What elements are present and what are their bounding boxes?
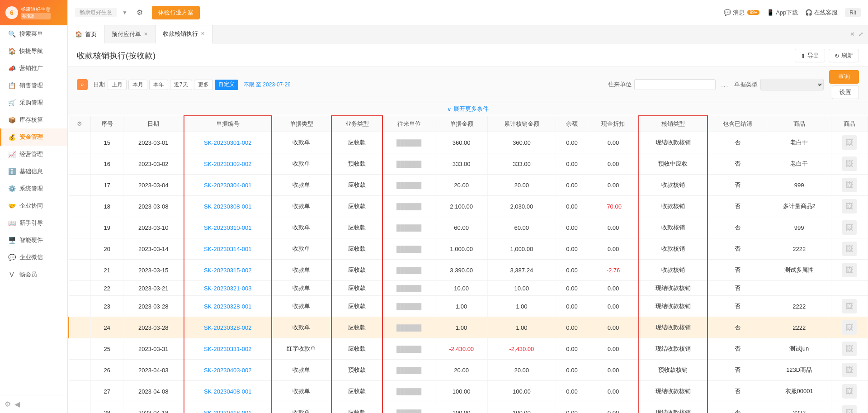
- partner-input[interactable]: [634, 79, 716, 90]
- cell-saletype: 现结收款核销: [639, 132, 708, 153]
- cell-includecleared: 否: [708, 153, 767, 175]
- cell-balance: 0.00: [556, 338, 588, 360]
- cell-saletype: 现结收款核销: [639, 402, 708, 413]
- vouchertype-select[interactable]: [760, 79, 824, 90]
- goods-thumbnail: 🖼: [842, 135, 857, 150]
- finance-icon: 💰: [8, 133, 16, 141]
- industry-btn[interactable]: 体验行业方案: [152, 6, 200, 19]
- sidebar-item-marketing[interactable]: 📣 营销推广: [0, 60, 67, 77]
- sidebar-item-guide[interactable]: 📖 新手引导: [0, 214, 67, 232]
- tab-close-icon[interactable]: ✕: [850, 31, 855, 38]
- user-avatar[interactable]: Rit: [845, 8, 861, 17]
- cell-balance: 0.00: [556, 153, 588, 175]
- message-btn[interactable]: 💬 消息 99+: [724, 9, 760, 17]
- cell-partner: ██████: [382, 317, 435, 338]
- cell-accumulated: 360.00: [487, 132, 556, 153]
- cell-skucode: SK-20230308-001: [184, 196, 272, 217]
- refresh-btn[interactable]: ↻ 刷新: [829, 49, 859, 62]
- skucode-link[interactable]: SK-20230408-001: [204, 388, 252, 395]
- cell-goods-img: 🖼: [831, 132, 868, 153]
- page-title: 收款核销执行(按收款): [77, 50, 156, 61]
- topbar-gear-icon[interactable]: ⚙: [133, 6, 146, 19]
- cell-date: 2023-03-31: [123, 338, 184, 360]
- data-table: ⚙ 序号 日期 单据编号 单据类型 业务类型 往来单位 单据金额 累计核销金额 …: [68, 115, 868, 413]
- skucode-link[interactable]: SK-20230418-001: [204, 409, 252, 413]
- skucode-link[interactable]: SK-20230308-001: [204, 203, 252, 210]
- cell-vouchertype: 收款单: [272, 402, 331, 413]
- sidebar-item-sales[interactable]: 📋 销售管理: [0, 77, 67, 94]
- filter-bar: » 日期 上月 本月 本年 近7天 更多 自定义 不限 至 2023-07-26…: [68, 66, 868, 103]
- vouchertype-label: 单据类型: [734, 81, 758, 89]
- cell-amount: 60.00: [435, 217, 488, 238]
- cell-saletype: 预收中应收: [639, 153, 708, 175]
- tab-maximize-icon[interactable]: ⤢: [859, 31, 863, 38]
- table-container[interactable]: ⚙ 序号 日期 单据编号 单据类型 业务类型 往来单位 单据金额 累计核销金额 …: [68, 115, 868, 413]
- service-btn[interactable]: 🎧 在线客服: [805, 9, 838, 17]
- date-custom-badge[interactable]: 自定义: [215, 80, 238, 90]
- sidebar-item-enterprise[interactable]: 🤝 企业协同: [0, 197, 67, 214]
- skucode-link[interactable]: SK-20230403-002: [204, 367, 252, 374]
- sidebar-label-operation: 经营管理: [19, 150, 43, 158]
- settings-icon[interactable]: ⚙: [5, 400, 11, 408]
- sidebar-item-operation[interactable]: 📈 经营管理: [0, 146, 67, 163]
- table-row: 25 2023-03-31 SK-20230331-002 红字收款单 应收款 …: [69, 338, 868, 360]
- filter-settings-btn[interactable]: 设置: [832, 85, 859, 99]
- skucode-link[interactable]: SK-20230302-002: [204, 161, 252, 167]
- sidebar-item-finance[interactable]: 💰 资金管理: [0, 128, 67, 146]
- sidebar-item-wechat[interactable]: 💬 企业微信: [0, 249, 67, 266]
- cell-date: 2023-04-03: [123, 360, 184, 381]
- date-btn-more[interactable]: 更多: [194, 80, 213, 90]
- content-area: 收款核销执行(按收款) ⬆ 导出 ↻ 刷新 » 日期 上月 本月 本: [68, 43, 868, 413]
- skucode-link[interactable]: SK-20230328-002: [204, 324, 252, 331]
- skucode-link[interactable]: SK-20230331-002: [204, 346, 252, 352]
- skucode-link[interactable]: SK-20230328-001: [204, 303, 252, 310]
- filter-toggle-btn[interactable]: »: [77, 79, 88, 90]
- sidebar-item-hardware[interactable]: 🖥️ 智能硬件: [0, 232, 67, 249]
- app-btn[interactable]: 📱 App下载: [767, 9, 798, 17]
- tab-collection[interactable]: 收款核销执行 ✕: [156, 25, 212, 43]
- sidebar-item-purchase[interactable]: 🛒 采购管理: [0, 94, 67, 111]
- skucode-link[interactable]: SK-20230315-002: [204, 267, 252, 274]
- date-btn-7days[interactable]: 近7天: [170, 80, 192, 90]
- skucode-link[interactable]: SK-20230304-001: [204, 182, 252, 189]
- cell-goods: [767, 281, 831, 296]
- skucode-link[interactable]: SK-20230310-001: [204, 224, 252, 231]
- sidebar-item-inventory[interactable]: 📦 库存核算: [0, 111, 67, 128]
- sidebar-item-basic[interactable]: ℹ️ 基础信息: [0, 163, 67, 180]
- skucode-link[interactable]: SK-20230301-002: [204, 139, 252, 146]
- sidebar-item-system[interactable]: ⚙️ 系统管理: [0, 180, 67, 197]
- sidebar-item-search[interactable]: 🔍 搜索菜单: [0, 25, 67, 43]
- skucode-link[interactable]: SK-20230321-003: [204, 285, 252, 292]
- cell-cashdiscount: 0.00: [588, 238, 639, 260]
- tab-home[interactable]: 🏠 首页: [68, 25, 104, 43]
- sidebar-label-guide: 新手引导: [19, 219, 43, 227]
- date-btn-thismonth[interactable]: 本月: [128, 80, 147, 90]
- sidebar-item-quicknav[interactable]: 🏠 快捷导航: [0, 43, 67, 60]
- cell-saletype: 收款核销: [639, 260, 708, 281]
- sidebar-item-member[interactable]: V 畅会员: [0, 266, 67, 283]
- topbar-dropdown-arrow[interactable]: ▼: [122, 9, 127, 16]
- date-buttons: 上月 本月 本年 近7天 更多 自定义: [108, 80, 238, 90]
- date-btn-lastmonth[interactable]: 上月: [108, 80, 127, 90]
- tab-presale-close[interactable]: ✕: [144, 31, 148, 37]
- sales-icon: 📋: [8, 81, 16, 90]
- sidebar-bottom: ⚙ ◀: [0, 395, 67, 413]
- tab-presale[interactable]: 预付应付单 ✕: [104, 25, 156, 43]
- export-btn[interactable]: ⬆ 导出: [795, 49, 825, 62]
- cell-goods-img: [831, 281, 868, 296]
- query-btn[interactable]: 查询: [829, 70, 859, 84]
- cell-cashdiscount: 0.00: [588, 317, 639, 338]
- cell-includecleared: 否: [708, 338, 767, 360]
- cell-saletype: 现结收款核销: [639, 317, 708, 338]
- cell-cashdiscount: 0.00: [588, 132, 639, 153]
- cell-accumulated: 1,000.00: [487, 238, 556, 260]
- skucode-link[interactable]: SK-20230314-001: [204, 246, 252, 252]
- cell-no: 25: [91, 338, 123, 360]
- expand-btn[interactable]: ∨ 展开更多条件: [447, 105, 489, 113]
- date-btn-thisyear[interactable]: 本年: [149, 80, 168, 90]
- date-label: 日期: [93, 81, 105, 89]
- tab-collection-close[interactable]: ✕: [201, 31, 205, 37]
- collapse-icon[interactable]: ◀: [14, 400, 20, 408]
- cell-goods: 999: [767, 175, 831, 196]
- th-settings[interactable]: ⚙: [69, 116, 91, 132]
